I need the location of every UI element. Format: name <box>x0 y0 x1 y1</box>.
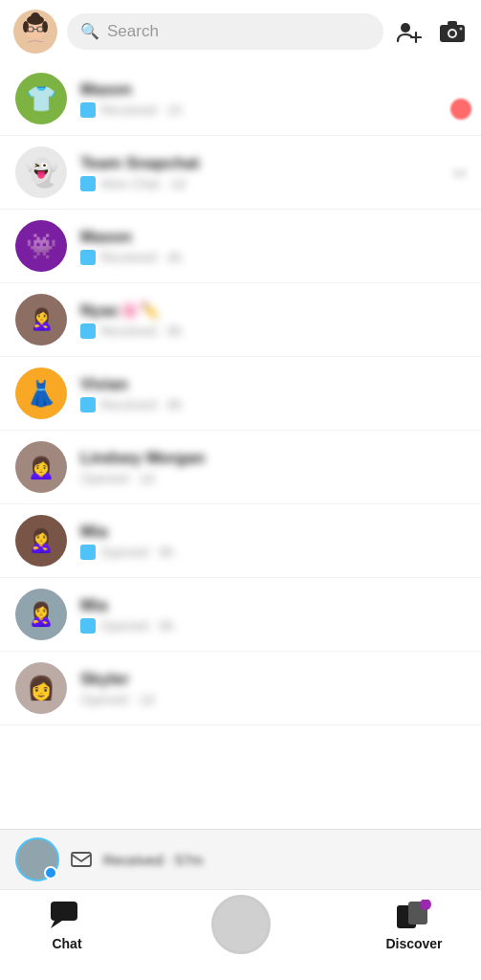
chat-icon <box>49 900 85 932</box>
chat-list: 👕 Mason Received · 1h 👻 Team Snapchat Ne… <box>0 62 481 889</box>
avatar: 👗 <box>15 368 67 419</box>
search-bar[interactable]: 🔍 Search <box>67 13 383 50</box>
chat-info: Nyac🌸✏️ Received · 9h <box>80 301 466 339</box>
chat-sub: Received · 4h <box>100 250 183 265</box>
chat-info: Mason Received · 1h <box>80 80 466 118</box>
chat-item[interactable]: 🙎‍♀️ Mia Opened · 9h <box>0 578 481 652</box>
capture-button[interactable] <box>211 895 271 954</box>
status-dot <box>80 176 96 191</box>
svg-rect-16 <box>72 853 91 866</box>
avatar: 🙎‍♀️ <box>15 589 67 640</box>
chat-item[interactable]: 👾 Mason Received · 4h <box>0 210 481 283</box>
chat-info: Vivian Received · 9h <box>80 375 466 412</box>
chat-name: Mia <box>80 596 466 615</box>
chat-name: Vivian <box>80 375 466 394</box>
chat-item[interactable]: 🙎‍♀️ Nyac🌸✏️ Received · 9h <box>0 283 481 357</box>
chat-info: Skyler Opened · 1d <box>80 670 466 707</box>
chat-item[interactable]: 👗 Vivian Received · 9h <box>0 357 481 431</box>
chat-sub: New Chat · 1d <box>100 176 186 191</box>
avatar: 👩 <box>15 662 67 714</box>
camera-button[interactable] <box>437 16 468 47</box>
chat-name: Mason <box>80 80 466 100</box>
notif-text: Received · 57m <box>103 852 466 868</box>
search-icon: 🔍 <box>80 22 99 40</box>
chat-name: Lindsey Morgan <box>80 449 466 468</box>
snap-preview <box>450 99 471 120</box>
chat-item[interactable]: 🙍‍♀️ Lindsey Morgan Opened · 1d <box>0 431 481 504</box>
chat-info: Mia Opened · 9h <box>80 523 466 560</box>
user-avatar[interactable] <box>13 10 57 54</box>
discover-nav-item[interactable]: Discover <box>376 900 452 951</box>
notif-dot <box>44 866 57 880</box>
avatar: 🙎‍♀️ <box>15 515 67 567</box>
chat-status: Opened · 1d <box>80 471 466 486</box>
chat-sub: Received · 1h <box>100 102 183 118</box>
chat-name: Mia <box>80 523 466 542</box>
chat-sub: Received · 9h <box>100 397 183 412</box>
avatar: 🙎‍♀️ <box>15 294 67 345</box>
chat-name: Team Snapchat <box>80 154 439 173</box>
add-friend-button[interactable] <box>393 16 424 47</box>
chat-status: Opened · 9h <box>80 545 466 560</box>
received-icon <box>71 850 92 869</box>
chat-status: Opened · 9h <box>80 618 466 634</box>
avatar: 👕 <box>15 73 67 124</box>
svg-marker-18 <box>51 921 62 928</box>
chat-info: Mason Received · 4h <box>80 228 466 265</box>
chat-status: Received · 9h <box>80 323 466 339</box>
svg-rect-14 <box>448 21 457 26</box>
svg-point-4 <box>27 15 44 25</box>
header: 🔍 Search <box>0 0 481 62</box>
status-dot <box>80 323 96 339</box>
status-dot <box>80 250 96 265</box>
status-dot <box>80 397 96 412</box>
bottom-nav: Chat Discover <box>0 889 481 980</box>
chat-name: Mason <box>80 228 466 247</box>
svg-point-8 <box>401 23 410 33</box>
header-icons <box>393 16 468 47</box>
chat-sub: Opened · 1d <box>80 471 154 486</box>
chat-status: New Chat · 1d <box>80 176 439 191</box>
avatar: 🙍‍♀️ <box>15 441 67 493</box>
chat-sub: Opened · 9h <box>100 545 174 560</box>
chat-info: Lindsey Morgan Opened · 1d <box>80 449 466 486</box>
chat-status: Received · 9h <box>80 397 466 412</box>
chat-info: Mia Opened · 9h <box>80 596 466 634</box>
status-dot <box>80 102 96 118</box>
svg-point-13 <box>449 31 455 36</box>
search-placeholder: Search <box>107 22 159 41</box>
svg-point-15 <box>460 27 463 30</box>
discover-icon <box>395 900 433 932</box>
notif-avatar <box>15 837 59 881</box>
chat-status: Received · 1h <box>80 102 466 118</box>
status-dot <box>80 618 96 634</box>
chat-item[interactable]: 👻 Team Snapchat New Chat · 1d 1d <box>0 136 481 210</box>
notification-bar[interactable]: Received · 57m <box>0 829 481 889</box>
chat-status: Received · 4h <box>80 250 466 265</box>
chat-sub: Opened · 1d <box>80 692 154 707</box>
chat-status: Opened · 1d <box>80 692 466 707</box>
discover-nav-label: Discover <box>385 936 442 951</box>
chat-item[interactable]: 👕 Mason Received · 1h <box>0 62 481 136</box>
chat-name: Skyler <box>80 670 466 689</box>
avatar: 👻 <box>15 146 67 198</box>
chat-name: Nyac🌸✏️ <box>80 301 466 321</box>
chat-item[interactable]: 🙎‍♀️ Mia Opened · 9h <box>0 504 481 578</box>
avatar: 👾 <box>15 220 67 272</box>
chat-time: 1d <box>452 166 466 180</box>
chat-sub: Received · 9h <box>100 323 183 339</box>
chat-nav-item[interactable]: Chat <box>29 900 105 951</box>
chat-info: Team Snapchat New Chat · 1d <box>80 154 439 191</box>
chat-item[interactable]: 👩 Skyler Opened · 1d <box>0 652 481 725</box>
status-dot <box>80 545 96 560</box>
svg-rect-17 <box>51 902 77 921</box>
chat-sub: Opened · 9h <box>100 618 174 634</box>
chat-nav-label: Chat <box>52 936 81 951</box>
